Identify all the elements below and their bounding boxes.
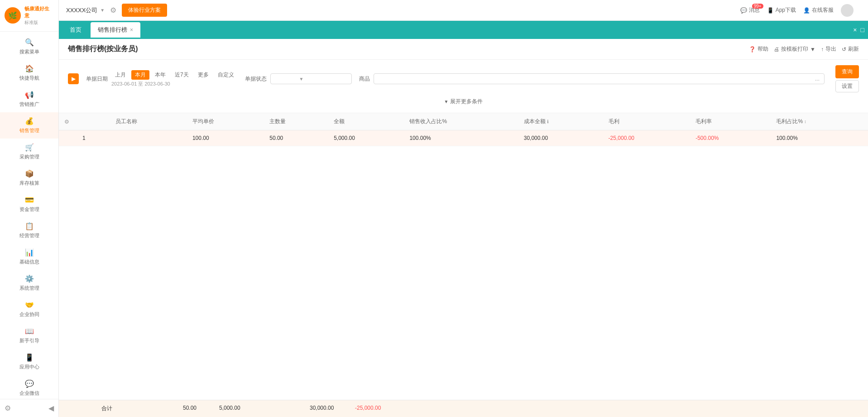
- th-profit-ratio: 毛利占比% ↕: [771, 113, 868, 130]
- td-quantity: 50.00: [264, 130, 328, 146]
- trial-button[interactable]: 体验行业方案: [122, 4, 167, 17]
- table-body: 1 100.00 50.00: [59, 130, 868, 146]
- sidebar-item-label-wechat: 企业微信: [19, 390, 39, 397]
- date-tab-this-month[interactable]: 本月: [131, 70, 149, 80]
- sidebar-item-base-info[interactable]: 📊 基础信息: [0, 244, 58, 270]
- print-icon: 🖨: [774, 46, 779, 53]
- amount-value: 5,000.00: [334, 135, 355, 141]
- online-service-group[interactable]: 👤 在线客服: [803, 6, 834, 14]
- logo-icon: 🌿: [5, 7, 21, 24]
- th-profit-label: 毛利: [609, 118, 619, 125]
- purchase-icon: 🛒: [25, 143, 34, 152]
- sidebar-item-purchase[interactable]: 🛒 采购管理: [0, 139, 58, 165]
- filter-area: ▶ 单据日期 上月 本月 本年 近7天 更多 自定义 2023-06-01 至 …: [59, 60, 868, 113]
- footer-cost: 30,000.00: [304, 405, 350, 412]
- footer-avg-price-empty: [141, 405, 177, 412]
- export-button[interactable]: ↑ 导出: [821, 45, 836, 53]
- th-setting: ⚙: [59, 113, 77, 130]
- cost-info-icon[interactable]: ℹ: [547, 119, 549, 124]
- goods-filter: 商品 ...: [359, 73, 825, 84]
- export-icon: ↑: [821, 46, 824, 53]
- goods-more-icon[interactable]: ...: [815, 76, 820, 82]
- app-download-group[interactable]: 📱 App下载: [767, 6, 796, 14]
- th-sales-ratio-label: 销售收入占比%: [409, 118, 447, 125]
- date-tab-last-month[interactable]: 上月: [111, 70, 129, 80]
- sidebar-item-guide[interactable]: 📖 新手引导: [0, 322, 58, 349]
- sidebar-item-quick-nav[interactable]: 🏠 快捷导航: [0, 60, 58, 86]
- sidebar-item-operations[interactable]: 📋 经营管理: [0, 217, 58, 244]
- sidebar-item-system[interactable]: ⚙️ 系统管理: [0, 270, 58, 296]
- sidebar-item-sales[interactable]: 💰 销售管理: [0, 112, 58, 139]
- print-button[interactable]: 🖨 按模板打印 ▼: [774, 45, 815, 53]
- system-icon: ⚙️: [25, 274, 34, 283]
- company-arrow-icon: ▼: [100, 8, 105, 13]
- tab-sales-ranking[interactable]: 销售排行榜 ×: [91, 22, 140, 38]
- status-select[interactable]: ▼: [270, 73, 352, 84]
- sidebar-item-wechat[interactable]: 💬 企业微信: [0, 375, 58, 399]
- help-label: 帮助: [758, 45, 768, 53]
- settings-button[interactable]: 设置: [835, 80, 859, 92]
- gear-icon[interactable]: ⚙: [110, 6, 116, 14]
- online-service-label: 在线客服: [812, 6, 834, 14]
- th-amount: 全额: [328, 113, 404, 130]
- th-rank: [77, 113, 110, 130]
- sidebar-item-enterprise[interactable]: 🤝 企业协同: [0, 296, 58, 322]
- sidebar-item-inventory[interactable]: 📦 库存核算: [0, 165, 58, 191]
- date-tab-7days[interactable]: 近7天: [171, 70, 192, 80]
- quick-nav-icon: 🏠: [25, 64, 34, 73]
- sidebar-item-finance[interactable]: 💳 资金管理: [0, 191, 58, 217]
- message-icon: 💬: [740, 7, 747, 14]
- date-filter: 单据日期 上月 本月 本年 近7天 更多 自定义 2023-06-01 至 20…: [86, 70, 238, 87]
- footer-cells: 合计 50.00 5,000.00 30,000.00 -25,000.00: [64, 405, 863, 412]
- top-header: XXXXX公司 ▼ ⚙ 体验行业方案 💬 消息 99+ 📱 App下载 👤 在线…: [59, 0, 868, 21]
- tab-label: 销售排行榜: [98, 26, 127, 34]
- help-button[interactable]: ❓ 帮助: [749, 45, 768, 53]
- date-tab-this-year[interactable]: 本年: [151, 70, 169, 80]
- date-tab-custom[interactable]: 自定义: [214, 70, 238, 80]
- app-icon: 📱: [767, 7, 774, 14]
- sidebar-item-label-finance: 资金管理: [19, 206, 39, 213]
- search-icon: 🔍: [25, 38, 34, 47]
- sidebar-item-search[interactable]: 🔍 搜索菜单: [0, 34, 58, 60]
- tab-maximize-icon[interactable]: □: [861, 26, 864, 34]
- refresh-button[interactable]: ↺ 刷新: [842, 45, 859, 53]
- expand-icon: ▼: [444, 99, 449, 104]
- sidebar-item-label-marketing: 营销推广: [19, 101, 39, 108]
- table-container: ⚙ 员工名称 平均单价: [59, 113, 868, 417]
- th-sales-ratio: 销售收入占比%: [404, 113, 518, 130]
- expand-more-btn[interactable]: ▼ 展开更多条件: [444, 96, 483, 107]
- message-group[interactable]: 💬 消息 99+: [740, 6, 760, 14]
- tab-close-icon[interactable]: ×: [130, 27, 133, 33]
- sidebar-item-label-guide: 新手引导: [19, 337, 39, 344]
- goods-value: [379, 76, 380, 82]
- tab-home[interactable]: 首页: [62, 22, 89, 38]
- tab-minimize-icon[interactable]: ×: [853, 26, 857, 34]
- sort-icon[interactable]: ↕: [804, 119, 806, 124]
- query-button[interactable]: 查询: [835, 65, 859, 78]
- goods-input[interactable]: ...: [374, 73, 825, 84]
- td-profit-ratio: 100.00%: [771, 130, 868, 146]
- cost-value: 30,000.00: [524, 135, 548, 141]
- column-settings-icon[interactable]: ⚙: [64, 119, 69, 125]
- page-content: 销售排行榜(按业务员) ❓ 帮助 🖨 按模板打印 ▼ ↑ 导出 ↺ 刷新: [59, 39, 868, 417]
- sidebar-bottom: ⚙ ◀: [0, 399, 58, 417]
- table-area: ⚙ 员工名称 平均单价: [59, 113, 868, 400]
- date-tab-more[interactable]: 更多: [194, 70, 212, 80]
- refresh-label: 刷新: [848, 45, 859, 53]
- collapse-icon[interactable]: ◀: [48, 404, 54, 412]
- th-avg-price: 平均单价: [187, 113, 264, 130]
- sidebar-item-marketing[interactable]: 📢 营销推广: [0, 86, 58, 112]
- print-label: 按模板打印: [781, 45, 808, 53]
- filter-toggle-btn[interactable]: ▶: [68, 73, 79, 84]
- sidebar-nav: 🔍 搜索菜单 🏠 快捷导航 📢 营销推广 💰 销售管理 🛒 采购管理 📦 库存核…: [0, 32, 58, 399]
- settings-icon[interactable]: ⚙: [5, 404, 11, 412]
- guide-icon: 📖: [25, 327, 34, 336]
- footer-quantity: 50.00: [177, 405, 214, 412]
- footer-empty-rank: [82, 405, 96, 412]
- base-info-icon: 📊: [25, 248, 34, 257]
- td-setting: [59, 130, 77, 146]
- company-selector[interactable]: XXXXX公司 ▼: [66, 6, 105, 14]
- sales-icon: 💰: [25, 117, 34, 125]
- enterprise-icon: 🤝: [25, 301, 34, 309]
- sidebar-item-app-center[interactable]: 📱 应用中心: [0, 349, 58, 375]
